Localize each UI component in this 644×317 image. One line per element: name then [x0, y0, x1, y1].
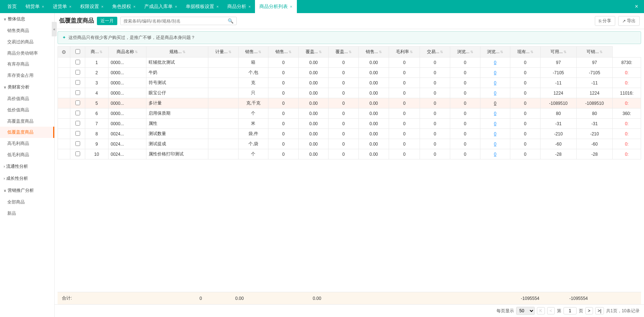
nav-goods-analysis-list[interactable]: 商品分析列表 ×: [255, 0, 297, 13]
cell-browse1-1[interactable]: 0: [480, 68, 510, 78]
sidebar-section-marketing[interactable]: ∨ 营销推广分析: [0, 185, 54, 197]
col-sales-amt[interactable]: 销售...⇅: [268, 47, 299, 58]
cell-checkbox-2[interactable]: [70, 78, 85, 88]
nav-goods-analysis-close[interactable]: ×: [248, 4, 251, 9]
nav-role-auth[interactable]: 角色授权 ×: [108, 0, 140, 13]
section-wealth-arrow: ∨: [4, 85, 6, 89]
cell-spec-0: [208, 58, 238, 68]
prev-page-button[interactable]: <: [547, 307, 555, 314]
cell-browse1-2[interactable]: 0: [480, 78, 510, 88]
cell-checkbox-9[interactable]: [70, 149, 85, 159]
sidebar-section-overall[interactable]: ∨ 整体信息: [0, 13, 54, 25]
nav-template-close[interactable]: ×: [216, 4, 219, 9]
col-browse2[interactable]: 浏览...⇅: [480, 47, 510, 58]
current-page-input[interactable]: [564, 307, 577, 314]
nav-production[interactable]: 产成品入库单 ×: [140, 0, 181, 13]
sidebar-item-all-goods[interactable]: 全部商品: [0, 197, 54, 208]
col-gross-rate[interactable]: 毛利率⇅: [389, 47, 420, 58]
col-trade[interactable]: 交易...⇅: [420, 47, 450, 58]
cell-checkbox-4[interactable]: [70, 98, 85, 108]
sidebar-item-high-margin[interactable]: 高毛利商品: [0, 138, 54, 149]
sidebar-section-growth[interactable]: › 成长性分析: [0, 173, 54, 185]
nav-sales-close[interactable]: ×: [42, 4, 44, 9]
cell-browse1-9[interactable]: 0: [480, 149, 510, 159]
search-input[interactable]: [123, 19, 228, 24]
cell-gross-4: 0: [420, 98, 450, 108]
sidebar-item-high-coverage[interactable]: 高覆盖度商品: [0, 116, 54, 127]
sidebar-item-traded-goods[interactable]: 交易过的商品: [0, 36, 54, 48]
nav-purchase[interactable]: 进货单 ×: [48, 0, 76, 13]
cell-checkbox-8[interactable]: [70, 139, 85, 149]
col-browse1[interactable]: 浏览...⇅: [450, 47, 480, 58]
page-size-select[interactable]: 50 100 200: [516, 307, 535, 315]
next-page-button[interactable]: >: [585, 307, 593, 314]
sidebar-section-wealth[interactable]: ∨ 类财富分析: [0, 81, 54, 93]
col-cover1[interactable]: 覆盖...⇅: [298, 47, 329, 58]
nav-role-auth-close[interactable]: ×: [133, 4, 136, 9]
first-page-button[interactable]: K: [537, 307, 545, 314]
cell-browse1-4[interactable]: 0: [480, 98, 510, 108]
col-sales3[interactable]: 销售...⇅: [359, 47, 389, 58]
nav-home[interactable]: 首页: [3, 0, 21, 13]
col-code[interactable]: 商...⇅: [85, 47, 108, 58]
window-close-button[interactable]: ×: [632, 3, 641, 10]
sidebar-item-stock-fund[interactable]: 库存资金占用: [0, 70, 54, 81]
col-cover2[interactable]: 覆盖...⇅: [329, 47, 359, 58]
cell-browse1-5[interactable]: 0: [480, 108, 510, 119]
last-page-button[interactable]: >|: [595, 307, 604, 314]
sidebar-section-flow[interactable]: › 流通性分析: [0, 161, 54, 173]
cell-trade-2: 0: [450, 78, 480, 88]
col-spec[interactable]: 规格...⇅: [146, 47, 208, 58]
nav-template[interactable]: 单据模板设置 ×: [181, 0, 223, 13]
cell-browse1-3[interactable]: 0: [480, 88, 510, 98]
nav-purchase-close[interactable]: ×: [69, 4, 71, 9]
col-settings[interactable]: ⚙: [58, 47, 70, 58]
cell-checkbox-6[interactable]: [70, 119, 85, 129]
col-saleable[interactable]: 可销...⇅: [577, 47, 613, 58]
col-sales-qty[interactable]: 销售...⇅: [238, 47, 268, 58]
filter-recent-month-button[interactable]: 近一月: [97, 17, 117, 25]
sidebar-item-low-margin[interactable]: 低毛利商品: [0, 149, 54, 161]
table-row: 2 0000... 牛奶 个,包 0 0.00 0 0.00 0 0 0 0 0…: [58, 68, 641, 78]
share-button[interactable]: ⎘ 分享: [595, 16, 615, 26]
cell-checkbox-3[interactable]: [70, 88, 85, 98]
col-available[interactable]: 可用...⇅: [540, 47, 576, 58]
cell-checkbox-5[interactable]: [70, 108, 85, 119]
sidebar-item-high-value[interactable]: 高价值商品: [0, 93, 54, 104]
info-banner: ✦ 这些商品只有很少客户购买过，是推广不够，还是商品本身问题？: [58, 31, 641, 44]
cell-browse1-0[interactable]: 0: [480, 58, 510, 68]
sidebar-collapse-button[interactable]: «: [52, 22, 57, 36]
cell-browse1-7[interactable]: 0: [480, 129, 510, 139]
cell-browse1-6[interactable]: 0: [480, 119, 510, 129]
nav-goods-analysis-list-close[interactable]: ×: [290, 4, 292, 9]
settings-icon[interactable]: ⚙: [62, 49, 66, 55]
col-current[interactable]: 现有...⇅: [510, 47, 541, 58]
col-name[interactable]: 商品名称⇅: [108, 47, 146, 58]
cell-num-7: 8: [85, 129, 108, 139]
sidebar-item-low-value[interactable]: 低价值商品: [0, 104, 54, 116]
sidebar-item-new-goods[interactable]: 新品: [0, 208, 54, 219]
nav-goods-analysis[interactable]: 商品分析 ×: [223, 0, 255, 13]
cell-name-0: 旺辅批次测试: [146, 58, 208, 68]
sidebar-item-category-rate[interactable]: 商品分类动销率: [0, 48, 54, 59]
sidebar-item-sales-goods[interactable]: 销售类商品: [0, 25, 54, 36]
cell-browse1-8[interactable]: 0: [480, 139, 510, 149]
cell-num-3: 4: [85, 88, 108, 98]
col-unit[interactable]: 计量...⇅: [208, 47, 238, 58]
cell-browse2-7: 0: [510, 129, 541, 139]
nav-permission-close[interactable]: ×: [101, 4, 103, 9]
nav-production-close[interactable]: ×: [175, 4, 177, 9]
sidebar-item-in-stock[interactable]: 有库存商品: [0, 59, 54, 70]
cell-checkbox-7[interactable]: [70, 129, 85, 139]
select-all-checkbox[interactable]: [75, 49, 80, 54]
cell-checkbox-1[interactable]: [70, 68, 85, 78]
cell-gross-1: 0: [420, 68, 450, 78]
table-row: 6 0000... 启用保质期 个 0 0.00 0 0.00 0 0 0 0 …: [58, 108, 641, 119]
sidebar-item-low-coverage[interactable]: 低覆盖度商品: [0, 127, 54, 138]
nav-permission[interactable]: 权限设置 ×: [76, 0, 108, 13]
cell-name-1: 牛奶: [146, 68, 208, 78]
nav-sales[interactable]: 销货单 ×: [21, 0, 48, 13]
cell-checkbox-0[interactable]: [70, 58, 85, 68]
export-button[interactable]: ↗ 导出: [618, 16, 640, 26]
cell-browse2-5: 0: [510, 108, 541, 119]
